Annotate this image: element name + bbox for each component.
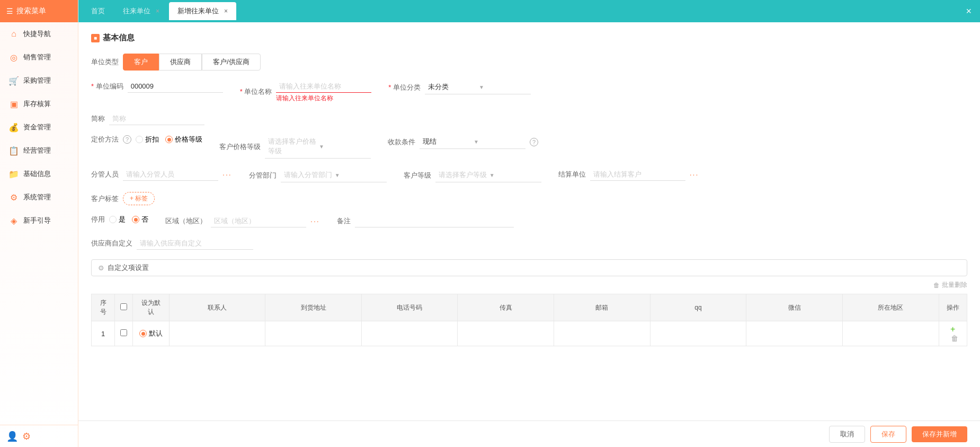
supplier-custom-input[interactable] [137,237,253,250]
sidebar-item-operations[interactable]: 📋 经营管理 [0,139,78,162]
abbr-input[interactable] [109,112,204,125]
sidebar-item-quick-nav[interactable]: ⌂ 快捷导航 [0,22,78,46]
inventory-icon: ▣ [8,99,19,109]
settlement-input[interactable] [590,168,685,181]
row-unit-info: 单位编码 单位名称 请输入往来单位名称 单位分类 未分类 ▼ [91,80,967,103]
region-field: 区域（地区） ··· [165,215,320,227]
pricing-radio-discount[interactable]: 折扣 [136,135,159,144]
disabled-radio-yes[interactable]: 是 [109,215,126,224]
sidebar-item-label: 采购管理 [23,76,51,85]
row-checkbox[interactable] [120,329,127,336]
tab-new-partner[interactable]: 新增往来单位 × [169,2,236,20]
finance-icon: 💰 [8,122,19,133]
sidebar-item-inventory[interactable]: ▣ 库存核算 [0,92,78,116]
customer-price-arrow: ▼ [319,144,368,150]
email-input[interactable] [559,330,645,338]
tab-partners[interactable]: 往来单位 × [114,2,168,20]
contacts-table: 序号 设为默认 联系人 到货地址 电话号码 传真 邮箱 qq 微信 所在地区 操… [91,294,967,346]
operations-icon: 📋 [8,145,19,156]
settlement-more-btn[interactable]: ··· [690,170,699,179]
pricing-label: 定价方法 [91,135,119,144]
address-input[interactable] [271,330,356,338]
phone-input[interactable] [367,330,452,338]
pricing-radio-level[interactable]: 价格等级 [165,135,202,144]
department-field: 分管部门 请输入分管部门 ▼ [249,168,387,182]
fax-input[interactable] [463,330,548,338]
type-row: 单位类型 客户 供应商 客户/供应商 [91,54,967,71]
tab-new-partner-close[interactable]: × [224,7,228,15]
pricing-help-icon[interactable]: ? [123,135,131,144]
cell-qq[interactable] [650,321,746,346]
save-button[interactable]: 保存 [870,426,906,443]
main-area: 首页 往来单位 × 新增往来单位 × × ■ 基本信息 单位类型 客户 供应商 … [78,0,980,447]
location-input[interactable] [848,330,933,338]
wechat-input[interactable] [752,330,837,338]
contact-input[interactable] [175,330,260,338]
unit-category-select[interactable]: 未分类 ▼ [425,80,531,94]
sidebar-search[interactable]: ☰ 搜索菜单 [0,0,78,22]
sidebar: ☰ 搜索菜单 ⌂ 快捷导航 ◎ 销售管理 🛒 采购管理 ▣ 库存核算 💰 资金管… [0,0,78,447]
cell-seq: 1 [92,321,115,346]
type-btn-both[interactable]: 客户/供应商 [202,54,261,71]
sidebar-item-basic[interactable]: 📁 基础信息 [0,162,78,186]
sidebar-item-label: 系统管理 [23,192,51,202]
manager-field: 分管人员 ··· [91,168,232,181]
sidebar-item-label: 新手引导 [23,216,51,225]
manager-more-btn[interactable]: ··· [222,170,232,179]
department-select[interactable]: 请输入分管部门 ▼ [281,168,387,182]
region-more-btn[interactable]: ··· [310,217,320,225]
unit-category-label: 单位分类 [388,83,421,92]
manager-input[interactable] [123,168,218,181]
payment-value: 现结 [423,137,471,146]
tab-partners-close[interactable]: × [156,7,159,15]
region-input[interactable] [211,215,306,227]
cancel-button[interactable]: 取消 [829,426,865,443]
sidebar-item-finance[interactable]: 💰 资金管理 [0,116,78,139]
payment-select[interactable]: 现结 ▼ [420,135,525,149]
type-btn-supplier[interactable]: 供应商 [159,54,202,71]
cell-phone[interactable] [361,321,458,346]
pricing-radio-discount-label: 折扣 [145,135,159,144]
cell-address[interactable] [265,321,362,346]
disabled-radio-no[interactable]: 否 [132,215,148,224]
sidebar-item-sales[interactable]: ◎ 销售管理 [0,46,78,69]
cell-email[interactable] [554,321,651,346]
cell-location[interactable] [842,321,939,346]
tab-home[interactable]: 首页 [83,2,113,20]
unit-name-label: 单位名称 [240,87,272,97]
payment-help-icon[interactable]: ? [530,138,538,146]
qq-input[interactable] [656,330,741,338]
unit-code-input[interactable] [128,80,223,93]
col-address: 到货地址 [265,294,362,321]
cell-fax[interactable] [458,321,554,346]
save-new-button[interactable]: 保存并新增 [912,426,967,442]
remark-input[interactable] [355,215,514,227]
unit-category-arrow: ▼ [479,84,528,90]
payment-field: 收款条件 现结 ▼ ? [388,135,538,149]
customer-tag-field: 客户标签 + 标签 [91,192,155,205]
row-default-radio[interactable]: 默认 [138,329,163,338]
customer-level-select[interactable]: 请选择客户等级 ▼ [435,168,541,182]
type-btn-customer[interactable]: 客户 [123,54,159,71]
sidebar-item-system[interactable]: ⚙ 系统管理 [0,186,78,209]
row-del-btn[interactable]: 🗑 [951,334,958,343]
purchase-icon: 🛒 [8,75,19,86]
custom-settings-btn[interactable]: ⚙ 自定义项设置 [91,259,967,276]
cell-contact[interactable] [169,321,265,346]
sidebar-item-purchase[interactable]: 🛒 采购管理 [0,69,78,92]
add-tag-btn[interactable]: + 标签 [123,192,155,205]
customer-price-select[interactable]: 请选择客户价格等级 ▼ [265,135,371,159]
batch-delete-btn[interactable]: 🗑 批量删除 [933,281,967,290]
tab-partners-label: 往来单位 [123,6,150,16]
sidebar-item-guide[interactable]: ◈ 新手引导 [0,209,78,232]
customer-price-placeholder: 请选择客户价格等级 [268,137,317,156]
customer-price-field: 客户价格等级 请选择客户价格等级 ▼ [219,135,371,159]
sidebar-item-label: 基础信息 [23,169,51,179]
cell-wechat[interactable] [746,321,843,346]
unit-name-field: 单位名称 请输入往来单位名称 [240,80,372,103]
unit-name-input[interactable] [276,80,371,93]
tabbar-close-btn[interactable]: × [961,6,976,17]
row-add-btn[interactable]: + [950,325,955,334]
settings-icon: ⚙ [22,431,31,442]
table-select-all[interactable] [120,303,127,310]
